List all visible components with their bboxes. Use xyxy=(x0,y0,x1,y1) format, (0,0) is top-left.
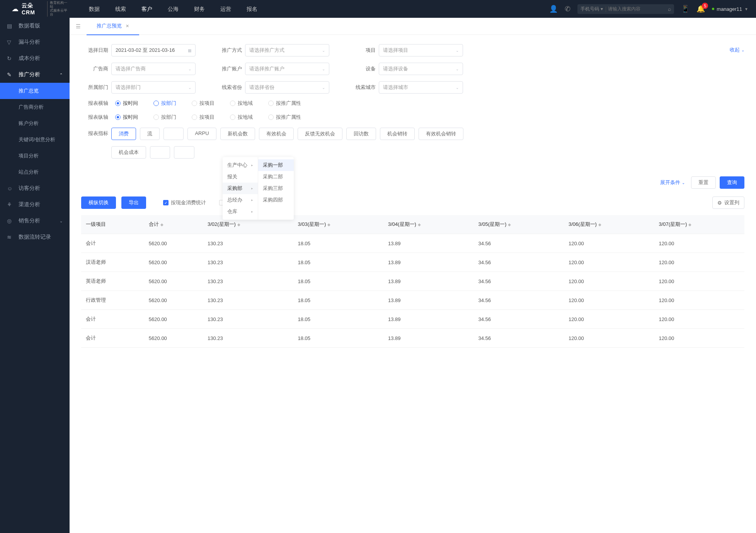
sidebar-item[interactable]: ↻成本分析 xyxy=(0,50,70,67)
search-icon[interactable]: ⌕ xyxy=(668,6,671,12)
sidebar-item[interactable]: ✎推广分析⌃ xyxy=(0,67,70,83)
table-header-cell[interactable]: 合计◆ xyxy=(144,215,203,234)
table-header-cell[interactable]: 3/07(星期一)◆ xyxy=(654,215,744,234)
metric-button[interactable]: 流 xyxy=(140,128,160,140)
dropdown-item[interactable]: 仓库▸ xyxy=(223,206,258,217)
radio-option[interactable]: 按地域 xyxy=(230,100,253,107)
radio-option[interactable]: 按时间 xyxy=(115,100,138,107)
collapse-filters-link[interactable]: 收起 ⌄ xyxy=(730,46,744,53)
column-settings-button[interactable]: ⚙ 设置列 xyxy=(712,196,744,209)
actions-row: 展开条件 ⌄ 重置 查询 xyxy=(81,176,744,189)
table-cell: 会计 xyxy=(81,310,144,329)
sidebar-item[interactable]: ▽漏斗分析 xyxy=(0,34,70,50)
metric-button[interactable] xyxy=(150,146,170,159)
radio-option[interactable]: 按部门 xyxy=(153,100,176,107)
radio-icon xyxy=(115,101,121,106)
radio-option[interactable]: 按部门 xyxy=(153,114,176,121)
topnav-item[interactable]: 报名 xyxy=(239,0,265,18)
dropdown-item[interactable]: 总经办▸ xyxy=(223,194,258,206)
dropdown-item[interactable]: 生产中心▸ xyxy=(223,159,258,171)
sidebar-subitem[interactable]: 推广总览 xyxy=(0,83,70,99)
sidebar-subitem[interactable]: 站点分析 xyxy=(0,164,70,180)
topnav-item[interactable]: 线索 xyxy=(107,0,134,18)
phone-call-icon[interactable]: ✆ xyxy=(565,5,570,13)
table-cell: 5620.00 xyxy=(144,291,203,310)
filter-field[interactable]: 请选择推广方式⌄ xyxy=(245,44,329,56)
sidebar-collapse-button[interactable]: ☰ xyxy=(70,23,87,29)
filter-field[interactable]: 请选择部门⌄ xyxy=(111,81,196,94)
radio-option[interactable]: 按时间 xyxy=(115,114,138,121)
query-button[interactable]: 查询 xyxy=(720,176,744,189)
filter-field[interactable]: 请选择省份⌄ xyxy=(245,81,329,94)
table-header-cell[interactable]: 3/04(星期一)◆ xyxy=(383,215,474,234)
metric-button[interactable]: 机会销转 xyxy=(380,128,415,140)
sidebar-subitem[interactable]: 账户分析 xyxy=(0,115,70,132)
topnav-item[interactable]: 数据 xyxy=(81,0,107,18)
radio-option[interactable]: 按地域 xyxy=(230,114,253,121)
table-row: 行政管理5620.00130.2318.0513.8934.56120.0012… xyxy=(81,291,744,310)
table-header-cell[interactable]: 3/05(星期一)◆ xyxy=(473,215,564,234)
metric-button[interactable] xyxy=(174,146,194,159)
table-cell: 120.00 xyxy=(654,291,744,310)
metric-button[interactable]: 消费 xyxy=(111,128,136,140)
dropdown-item[interactable]: 采购三部 xyxy=(258,183,294,194)
export-button[interactable]: 导出 xyxy=(121,196,146,209)
sort-icon: ◆ xyxy=(327,222,330,227)
filter-field[interactable]: 请选择项目⌄ xyxy=(379,44,463,56)
topnav-item[interactable]: 财务 xyxy=(186,0,213,18)
metric-button[interactable]: ARPU xyxy=(187,128,216,140)
user-menu[interactable]: manager11 ▼ xyxy=(712,6,748,12)
dropdown-item[interactable]: 采购部▸ xyxy=(223,183,258,194)
metric-button[interactable]: 有效机会销转 xyxy=(419,128,463,140)
tab-promotion-overview[interactable]: 推广总预览 ✕ xyxy=(87,18,139,35)
sidebar: ▤数据看版▽漏斗分析↻成本分析✎推广分析⌃推广总览广告商分析账户分析关键词/创意… xyxy=(0,18,70,533)
sidebar-subitem[interactable]: 项目分析 xyxy=(0,148,70,164)
sidebar-item[interactable]: ⚘渠道分析 xyxy=(0,196,70,213)
topnav-item[interactable]: 公海 xyxy=(160,0,186,18)
search-type-select[interactable]: 手机号码 ▾ xyxy=(581,6,603,12)
topnav-item[interactable]: 客户 xyxy=(134,0,160,18)
table-header-cell[interactable]: 一级项目 xyxy=(81,215,144,234)
expand-conditions-link[interactable]: 展开条件 ⌄ xyxy=(660,179,685,186)
cash-stats-checkbox[interactable]: 按现金消费统计 xyxy=(163,199,206,206)
user-icon[interactable]: 👤 xyxy=(549,5,558,13)
topnav-item[interactable]: 运营 xyxy=(213,0,239,18)
radio-option[interactable]: 按推广属性 xyxy=(268,100,301,107)
filter-field[interactable]: 请选择设备⌄ xyxy=(379,63,463,75)
sidebar-subitem[interactable]: 广告商分析 xyxy=(0,99,70,115)
table-header-cell[interactable]: 3/06(星期一)◆ xyxy=(564,215,654,234)
menu-icon: ☺ xyxy=(7,185,14,191)
sidebar-item[interactable]: ≋数据流转记录 xyxy=(0,229,70,245)
filter-field[interactable]: 请选择推广账户⌄ xyxy=(245,63,329,75)
notification-icon[interactable]: 🔔5 xyxy=(696,5,705,13)
radio-option[interactable]: 按项目 xyxy=(192,100,215,107)
menu-icon: ≋ xyxy=(7,234,14,240)
sidebar-item[interactable]: ☺访客分析 xyxy=(0,180,70,196)
metric-button[interactable]: 有效机会 xyxy=(259,128,294,140)
filter-field[interactable]: 请选择城市⌄ xyxy=(379,81,463,94)
metric-button[interactable]: 机会成本 xyxy=(111,146,146,159)
table-cell: 120.00 xyxy=(564,329,654,348)
dropdown-item[interactable]: 采购四部 xyxy=(258,194,294,206)
sidebar-subitem[interactable]: 关键词/创意分析 xyxy=(0,132,70,148)
metric-button[interactable]: 回访数 xyxy=(346,128,376,140)
sidebar-item[interactable]: ◎销售分析⌄ xyxy=(0,213,70,229)
table-header-cell[interactable]: 3/03(星期一)◆ xyxy=(293,215,383,234)
filter-field[interactable]: 请选择广告商⌄ xyxy=(111,63,196,75)
sidebar-item[interactable]: ▤数据看版 xyxy=(0,18,70,34)
filter-field[interactable]: 2021-03-02 至 2021-03-16▦ xyxy=(111,44,196,56)
toggle-axis-button[interactable]: 横纵切换 xyxy=(81,196,116,209)
dropdown-item[interactable]: 采购二部 xyxy=(258,171,294,183)
dropdown-item[interactable]: 报关 xyxy=(223,171,258,183)
dropdown-item[interactable]: 采购一部 xyxy=(258,159,294,171)
radio-option[interactable]: 按项目 xyxy=(192,114,215,121)
metric-button[interactable]: 新机会数 xyxy=(220,128,255,140)
device-icon[interactable]: 📱 xyxy=(681,5,690,13)
metric-button[interactable]: 反馈无效机会 xyxy=(298,128,342,140)
search-input[interactable] xyxy=(608,6,668,12)
metric-button[interactable] xyxy=(163,128,184,140)
reset-button[interactable]: 重置 xyxy=(691,176,716,189)
close-icon[interactable]: ✕ xyxy=(126,24,129,28)
username: manager11 xyxy=(717,6,742,12)
radio-option[interactable]: 按推广属性 xyxy=(268,114,301,121)
